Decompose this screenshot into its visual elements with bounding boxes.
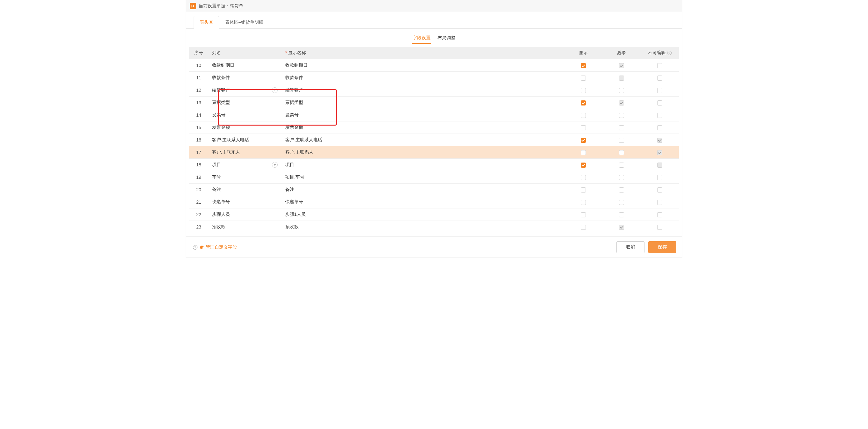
cell-display[interactable]: 快递单号 [281,196,564,208]
cell-readonly [641,196,679,208]
cell-name: 发票号 [208,109,281,121]
checkbox-show[interactable] [581,200,586,205]
footer: ? 管理自定义字段 取消 保存 [186,236,682,258]
checkbox-required[interactable] [619,88,624,93]
save-button[interactable]: 保存 [648,241,676,253]
cell-required [602,59,641,72]
checkbox-required[interactable] [619,113,624,118]
checkbox-readonly[interactable] [657,125,662,131]
checkbox-required[interactable] [619,200,624,205]
topbar-prefix: 当前设置单据： [199,3,230,8]
checkbox-required[interactable] [619,188,624,193]
checkbox-readonly[interactable] [657,88,662,93]
cell-display[interactable]: 步骤1人员 [281,208,564,221]
checkbox-readonly[interactable] [657,113,662,118]
checkbox-readonly[interactable] [657,212,662,218]
checkbox-readonly[interactable] [657,200,662,205]
cell-name: 收款到期日 [208,59,281,72]
th-display-label: 显示名称 [288,50,306,55]
cancel-button[interactable]: 取消 [616,241,645,253]
footer-left: ? 管理自定义字段 [192,245,237,250]
help-icon[interactable]: ? [667,51,672,55]
gear-icon [199,245,204,250]
checkbox-required[interactable] [619,163,624,168]
page-root: 当前设置单据：销货单 表头区表体区–销货单明细 字段设置布局调整 序号 列名 *… [186,0,682,258]
checkbox-show[interactable] [581,63,586,68]
checkbox-readonly[interactable] [657,175,662,180]
expand-sidebar-button[interactable] [190,3,196,9]
cell-display[interactable]: 客户.主联系人电话 [281,134,564,146]
cell-display[interactable]: 票据类型 [281,96,564,109]
checkbox-readonly[interactable] [657,188,662,193]
checkbox-readonly[interactable] [657,63,662,68]
add-subfield-button[interactable]: + [272,87,278,93]
checkbox-show[interactable] [581,113,586,118]
cell-name: 客户.主联系人电话 [208,134,281,146]
cell-display[interactable]: 预收款 [281,221,564,233]
cell-display[interactable]: 客户.主联系人 [281,146,564,159]
cell-readonly [641,146,679,159]
tab-0[interactable]: 表头区 [194,16,219,29]
checkbox-required[interactable] [619,175,624,180]
field-name-label: 预收款 [212,224,225,229]
table-row: 22步骤人员步骤1人员 [189,208,679,221]
cell-readonly [641,183,679,196]
cell-required [602,159,641,171]
cell-readonly [641,72,679,84]
cell-required [602,96,641,109]
checkbox-show[interactable] [581,175,586,180]
cell-display[interactable]: 结算客户 [281,84,564,96]
cell-display[interactable]: 收款条件 [281,72,564,84]
checkbox-show[interactable] [581,163,586,168]
checkbox-show[interactable] [581,188,586,193]
cell-required [602,109,641,121]
checkbox-show[interactable] [581,76,586,81]
cell-display[interactable]: 备注 [281,183,564,196]
add-subfield-button[interactable]: + [272,162,278,168]
checkbox-required [619,101,624,106]
field-name-label: 备注 [212,187,221,192]
checkbox-readonly[interactable] [657,76,662,81]
table-row: 21快递单号快递单号 [189,196,679,208]
cell-show [564,96,602,109]
checkbox-show[interactable] [581,212,586,218]
cell-display[interactable]: 发票号 [281,109,564,121]
footer-help-icon[interactable]: ? [193,245,197,250]
sub-tabs: 字段设置布局调整 [186,29,682,44]
cell-name: 发票金额 [208,121,281,134]
cell-seq: 14 [189,109,208,121]
table-row: 10收款到期日收款到期日 [189,59,679,72]
cell-show [564,171,602,183]
cell-seq: 15 [189,121,208,134]
checkbox-show[interactable] [581,101,586,106]
cell-seq: 21 [189,196,208,208]
cell-name: 客户.主联系人 [208,146,281,159]
cell-display[interactable]: 项目.车号 [281,171,564,183]
checkbox-readonly[interactable] [657,225,662,230]
th-display: *显示名称 [281,47,564,59]
topbar: 当前设置单据：销货单 [186,0,682,12]
tab-1[interactable]: 表体区–销货单明细 [219,16,269,29]
checkbox-required[interactable] [619,125,624,131]
checkbox-readonly[interactable] [657,101,662,106]
th-show: 显示 [564,47,602,59]
checkbox-show[interactable] [581,125,586,131]
checkbox-show[interactable] [581,150,586,155]
checkbox-show[interactable] [581,225,586,230]
cell-display[interactable]: 收款到期日 [281,59,564,72]
checkbox-show[interactable] [581,88,586,93]
cell-display[interactable]: 发票金额 [281,121,564,134]
checkbox-readonly [657,150,662,155]
cell-display[interactable]: 项目 [281,159,564,171]
subtab-0[interactable]: 字段设置 [412,33,431,44]
cell-required [602,221,641,233]
checkbox-required[interactable] [619,138,624,143]
subtab-1[interactable]: 布局调整 [437,33,456,44]
cell-name: 车号 [208,171,281,183]
checkbox-required[interactable] [619,150,624,155]
checkbox-show[interactable] [581,138,586,143]
manage-custom-fields-link[interactable]: 管理自定义字段 [206,245,237,250]
cell-show [564,72,602,84]
checkbox-required[interactable] [619,212,624,218]
field-name-label: 收款到期日 [212,62,235,67]
